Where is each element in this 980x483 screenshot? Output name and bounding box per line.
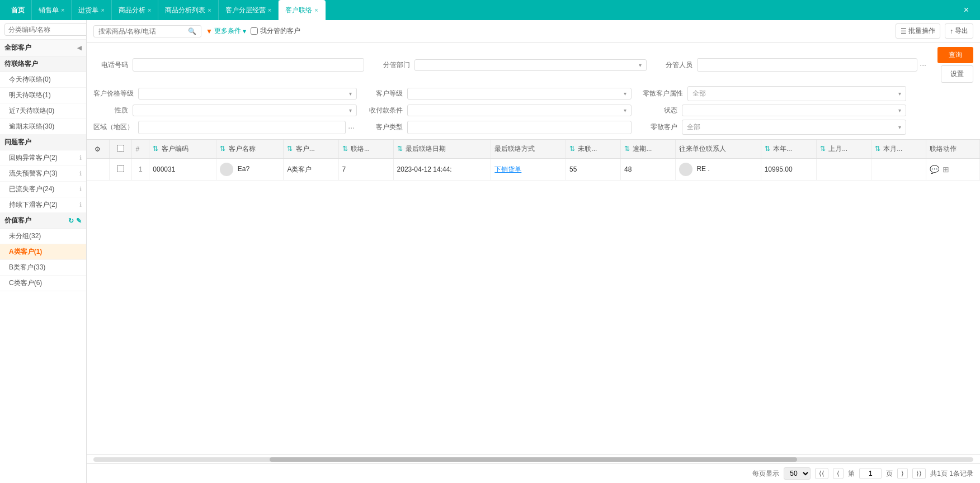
close-purchase-icon[interactable]: × (101, 7, 104, 13)
sort-icon-overdue: ⇅ (624, 145, 630, 153)
sidebar-item-class-a[interactable]: A类客户(1) (0, 244, 86, 260)
sidebar-item-tomorrow[interactable]: 明天待联络(1) (0, 88, 86, 103)
nav-tab-customer-tier[interactable]: 客户分层经营 × (219, 0, 279, 20)
nav-home[interactable]: 首页 (4, 0, 32, 20)
select-all-checkbox[interactable] (117, 145, 124, 152)
sidebar-value-customer-header[interactable]: 价值客户 ↻ ✎ (0, 213, 86, 229)
col-last-method[interactable]: 最后联络方式 (491, 140, 566, 159)
sort-icon-level: ⇅ (287, 145, 293, 153)
col-contact-person[interactable]: 往来单位联系人 (676, 140, 761, 159)
filter-select-nature[interactable]: ▾ (133, 105, 357, 116)
sidebar-item-churn-warning[interactable]: 流失预警客户(3) ℹ (0, 166, 86, 182)
col-name[interactable]: ⇅ 客户名称 (216, 140, 284, 159)
filter-select-retail-attr[interactable]: 全部 ▾ (687, 86, 906, 101)
filter-select-customer-level[interactable]: ▾ (407, 88, 632, 100)
filter-search-input[interactable] (98, 27, 188, 35)
filter-more-conditions[interactable]: ▼ 更多条件 ▾ (206, 26, 246, 36)
col-settings[interactable]: ⚙ (87, 140, 109, 159)
prev-page-button[interactable]: ⟨ (833, 468, 844, 479)
sort-icon-thismonth: ⇅ (875, 145, 880, 153)
cell-last-method[interactable]: 下销货单 (491, 159, 566, 181)
batch-op-button[interactable]: ☰ 批量操作 (896, 23, 940, 39)
settings-button[interactable]: 设置 (941, 65, 973, 83)
top-nav: 首页 销售单 × 进货单 × 商品分析 × 商品分析列表 × 客户分层经营 × … (0, 0, 980, 20)
close-analysis-list-icon[interactable]: × (208, 7, 211, 13)
col-actions: 联络动作 (926, 140, 979, 159)
last-page-button[interactable]: ⟩⟩ (912, 468, 926, 479)
col-overdue[interactable]: ⇅ 逾期... (621, 140, 676, 159)
nav-tab-purchase[interactable]: 进货单 × (72, 0, 111, 20)
sidebar-item-unclassified[interactable]: 未分组(32) (0, 229, 86, 244)
nav-tab-customer-contact[interactable]: 客户联络 × (279, 0, 325, 20)
close-customer-contact-icon[interactable]: × (314, 7, 318, 13)
filter-select-retail[interactable]: 全部 ▾ (682, 120, 906, 135)
col-uncontacted[interactable]: ⇅ 未联... (566, 140, 620, 159)
filter-input-customer-type[interactable] (407, 121, 632, 134)
pagination: 每页显示 50 ⟨⟨ ⟨ 第 页 ⟩ ⟩⟩ 共1页 1条记录 (87, 463, 980, 483)
sidebar-item-today[interactable]: 今天待联络(0) (0, 72, 86, 88)
col-last-date[interactable]: ⇅ 最后联络日期 (393, 140, 491, 159)
col-last-month[interactable]: ⇅ 上月... (816, 140, 871, 159)
window-close-button[interactable]: × (957, 5, 976, 15)
qrcode-action-icon[interactable]: ⊞ (943, 165, 949, 174)
sidebar-search-input[interactable] (4, 23, 87, 36)
sidebar-item-churned[interactable]: 已流失客户(24) ℹ (0, 182, 86, 197)
first-page-button[interactable]: ⟨⟨ (815, 468, 828, 479)
region-dots-icon[interactable]: ··· (346, 121, 357, 134)
nav-tab-analysis-list[interactable]: 商品分析列表 × (158, 0, 218, 20)
filter-cell-retail-attr: 零散客户属性 全部 ▾ (643, 86, 906, 101)
export-button[interactable]: ↑ 导出 (945, 23, 973, 39)
sidebar-item-7days[interactable]: 近7天待联络(0) (0, 103, 86, 119)
sidebar-problem-customer: 回购异常客户(2) ℹ 流失预警客户(3) ℹ 已流失客户(24) ℹ 持续下滑… (0, 150, 86, 213)
col-level[interactable]: ⇅ 客户... (284, 140, 338, 159)
sidebar-item-class-c[interactable]: C类客户(6) (0, 276, 86, 291)
filter-select-status[interactable]: ▾ (682, 105, 906, 116)
sidebar-item-class-b[interactable]: B类客户(33) (0, 260, 86, 276)
page-number-input[interactable] (859, 468, 882, 479)
horizontal-scrollbar[interactable] (87, 454, 980, 463)
filter-search-icon[interactable]: 🔍 (188, 27, 196, 35)
col-this-month[interactable]: ⇅ 本月... (871, 140, 926, 159)
manager-dots-icon[interactable]: ··· (917, 58, 929, 72)
col-code[interactable]: ⇅ 客户编码 (149, 140, 216, 159)
table-header-row: ⚙ # ⇅ 客户编码 ⇅ 客户名称 (87, 140, 980, 159)
filter-select-payment[interactable]: ▾ (407, 105, 632, 116)
next-page-button[interactable]: ⟩ (897, 468, 908, 479)
query-button[interactable]: 查询 (937, 47, 973, 63)
filter-label-status: 状态 (643, 106, 682, 115)
filter-label-price-level: 客户价格等级 (93, 89, 138, 98)
row-checkbox[interactable] (117, 165, 124, 172)
col-contact[interactable]: ⇅ 联络... (338, 140, 393, 159)
settings-icon[interactable]: ⚙ (95, 145, 101, 153)
sidebar-pending-contact-header[interactable]: 待联络客户 (0, 56, 86, 72)
sidebar-all-customers[interactable]: 全部客户 ◀ (0, 40, 86, 56)
close-salesorder-icon[interactable]: × (61, 7, 64, 13)
close-customer-tier-icon[interactable]: × (268, 7, 271, 13)
nav-tab-analysis[interactable]: 商品分析 × (112, 0, 158, 20)
filter-my-customers[interactable]: 我分管的客户 (251, 26, 300, 36)
sidebar-item-abnormal[interactable]: 回购异常客户(2) ℹ (0, 150, 86, 166)
customer-table: ⚙ # ⇅ 客户编码 ⇅ 客户名称 (87, 140, 980, 181)
filter-cell-phone: 电话号码 (93, 58, 364, 72)
filter-search-box: 🔍 (93, 25, 201, 37)
sidebar-item-overdue[interactable]: 逾期未联络(30) (0, 119, 86, 135)
col-current-year[interactable]: ⇅ 本年... (761, 140, 816, 159)
filter-label-payment: 收付款条件 (368, 106, 407, 115)
sidebar-problem-customer-header[interactable]: 问题客户 (0, 135, 86, 150)
cell-contact: 7 (338, 159, 393, 181)
filter-input-manager[interactable] (697, 58, 918, 72)
filter-select-price-level[interactable]: ▾ (138, 88, 357, 100)
page-size-select[interactable]: 50 (784, 467, 811, 480)
filter-select-dept[interactable]: ▾ (414, 59, 646, 71)
filter-input-region[interactable] (138, 121, 346, 134)
refresh-icon[interactable]: ↻ (68, 217, 74, 225)
filter-input-phone[interactable] (133, 58, 364, 72)
nav-tab-salesorder[interactable]: 销售单 × (32, 0, 72, 20)
chat-action-icon[interactable]: 💬 (930, 165, 939, 174)
close-analysis-icon[interactable]: × (148, 7, 151, 13)
edit-icon[interactable]: ✎ (76, 217, 82, 225)
sidebar-item-declining[interactable]: 持续下滑客户(2) ℹ (0, 197, 86, 213)
filter-label-retail-attr: 零散客户属性 (643, 89, 687, 98)
cell-row-actions: 💬 ⊞ (926, 159, 979, 181)
my-customers-checkbox[interactable] (251, 27, 258, 35)
